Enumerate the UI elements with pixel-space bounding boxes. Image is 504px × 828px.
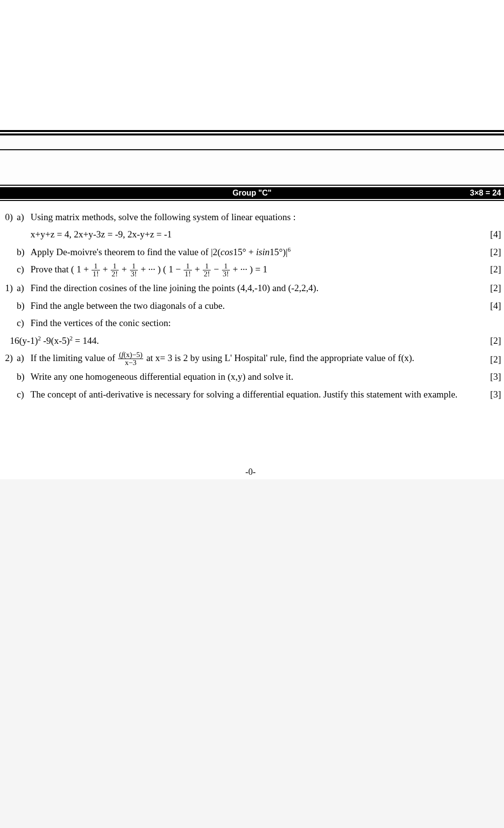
part-label: a) [17,351,31,365]
marks: [2] [481,281,501,295]
spacer [0,135,504,149]
equation-row: 16(y-1)2 -9(x-5)2 = 144. [2] [10,333,501,348]
part-label: a) [17,281,31,295]
page-footer: -0- [0,465,501,479]
marks: [4] [481,298,501,313]
question-text: Find the direction cosines of the line j… [31,281,481,295]
question-row: c) Prove that ( 1 + 11! + 12! + 13! + ··… [0,262,501,278]
marks: [2] [481,245,501,259]
question-text: Find the angle between the two diagonals… [31,298,481,313]
spacer [0,150,504,185]
page: Group "C" 3×8 = 24 0) a) Using matrix me… [0,0,504,479]
marks: [2] [481,333,501,348]
group-label: Group "C" [232,189,271,197]
group-score: 3×8 = 24 [470,187,501,199]
part-label: a) [17,210,31,224]
question-row: b) Find the angle between the two diagon… [0,298,501,313]
question-text: Apply De-moivre's theorem to find the va… [31,245,481,259]
question-number: 1) [0,281,17,295]
question-text: Write any one homogeneous differential e… [31,369,481,384]
question-row: 0) a) Using matrix methods, solve the fo… [0,210,501,224]
top-whitespace [0,0,504,130]
part-label: c) [17,387,31,401]
part-label: b) [17,245,31,259]
part-label: c) [17,262,31,276]
marks: [2] [481,262,501,276]
question-row: 2) a) If the limiting value of (f(x)−5)x… [0,351,501,366]
question-text: The concept of anti-derivative is necess… [31,387,481,401]
content-area: 0) a) Using matrix methods, solve the fo… [0,201,504,479]
question-number: 2) [0,351,17,365]
question-text: Prove that ( 1 + 11! + 12! + 13! + ··· )… [31,262,481,278]
marks: [2] [481,352,501,366]
marks: [3] [481,369,501,384]
question-row: c) The concept of anti-derivative is nec… [0,387,501,401]
part-label: c) [17,316,31,330]
equation-row: x+y+z = 4, 2x+y-3z = -9, 2x-y+z = -1 [4] [31,227,501,241]
question-text: Find the vertices of the conic section: [31,316,481,330]
question-number: 0) [0,210,17,224]
group-header: Group "C" 3×8 = 24 [0,187,504,199]
marks: [3] [481,387,501,401]
equation-text: x+y+z = 4, 2x+y-3z = -9, 2x-y+z = -1 [31,227,481,241]
equation-text: 16(y-1)2 -9(x-5)2 = 144. [10,333,481,348]
part-label: b) [17,369,31,384]
marks: [4] [481,227,501,241]
question-text: Using matrix methods, solve the followin… [31,210,481,224]
part-label: b) [17,298,31,313]
question-row: 1) a) Find the direction cosines of the … [0,281,501,295]
question-row: b) Apply De-moivre's theorem to find the… [0,245,501,259]
question-row: b) Write any one homogeneous differentia… [0,369,501,384]
question-text: If the limiting value of (f(x)−5)x−3 at … [31,351,481,366]
question-row: c) Find the vertices of the conic sectio… [0,316,501,330]
